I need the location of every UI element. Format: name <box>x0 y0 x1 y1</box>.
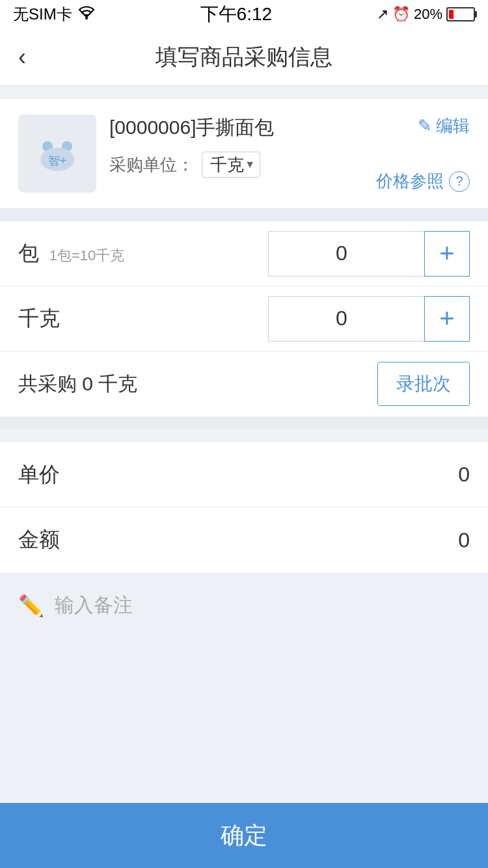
product-card: 智+ [0000006]手撕面包 采购单位： 千克 包 ✎ 编辑 价格参照 ? <box>0 99 488 208</box>
unit-select-wrapper[interactable]: 千克 包 <box>202 152 260 178</box>
product-image: 智+ <box>18 115 96 193</box>
back-button[interactable]: ‹ <box>18 44 26 71</box>
unit-price-label: 单价 <box>18 461 60 489</box>
kg-label: 千克 <box>18 305 60 333</box>
bag-plus-button[interactable]: + <box>424 231 470 277</box>
bag-sublabel: 1包=10千克 <box>49 247 125 264</box>
record-batch-button[interactable]: 录批次 <box>377 362 470 406</box>
help-icon[interactable]: ? <box>449 171 470 192</box>
unit-price-value: 0 <box>458 463 470 487</box>
battery-icon <box>446 7 475 21</box>
unit-price-row: 单价 0 <box>0 442 488 508</box>
alarm-icon: ⏰ <box>392 6 410 23</box>
amount-value: 0 <box>458 528 470 552</box>
bag-label-group: 包 1包=10千克 <box>18 239 124 268</box>
section-divider-2 <box>0 416 488 429</box>
unit-select[interactable]: 千克 包 <box>202 152 260 178</box>
edit-button[interactable]: ✎ 编辑 <box>418 115 470 137</box>
confirm-button[interactable]: 确定 <box>0 803 488 868</box>
unit-label: 采购单位： <box>109 154 194 176</box>
bag-input-row: 包 1包=10千克 + <box>0 221 488 286</box>
time-display: 下午6:12 <box>200 2 273 27</box>
price-ref-button[interactable]: 价格参照 ? <box>376 170 470 193</box>
summary-text: 共采购 0 千克 <box>18 371 137 398</box>
page-title: 填写商品采购信息 <box>156 42 332 72</box>
wifi-icon <box>77 5 96 23</box>
remark-placeholder: 输入备注 <box>55 592 133 619</box>
carrier-label: 无SIM卡 <box>13 4 72 25</box>
kg-input-right: + <box>268 296 470 342</box>
amount-label: 金额 <box>18 526 60 554</box>
nav-bar: ‹ 填写商品采购信息 <box>0 29 488 86</box>
price-section: 单价 0 金额 0 <box>0 442 488 573</box>
status-right: ↗ ⏰ 20% <box>377 6 475 23</box>
location-icon: ↗ <box>377 6 388 23</box>
kg-quantity-input[interactable] <box>268 296 424 342</box>
status-left: 无SIM卡 <box>13 4 96 25</box>
kg-plus-button[interactable]: + <box>424 296 470 342</box>
bag-label: 包 <box>18 241 39 265</box>
bag-input-right: + <box>268 231 470 277</box>
pencil-icon: ✏️ <box>18 593 44 618</box>
edit-icon: ✎ <box>418 116 432 136</box>
bag-quantity-input[interactable] <box>268 231 424 277</box>
kg-input-row: 千克 + <box>0 286 488 351</box>
product-name: [0000006]手撕面包 <box>109 115 470 141</box>
section-divider-1 <box>0 208 488 221</box>
summary-row: 共采购 0 千克 录批次 <box>0 351 488 416</box>
status-bar: 无SIM卡 下午6:12 ↗ ⏰ 20% <box>0 0 488 29</box>
svg-point-0 <box>85 17 88 20</box>
input-section: 包 1包=10千克 + 千克 + <box>0 221 488 351</box>
svg-text:智+: 智+ <box>48 154 67 167</box>
product-info: [0000006]手撕面包 采购单位： 千克 包 <box>109 115 470 178</box>
amount-row: 金额 0 <box>0 508 488 573</box>
remark-section[interactable]: ✏️ 输入备注 <box>0 574 488 652</box>
battery-pct: 20% <box>414 6 442 23</box>
